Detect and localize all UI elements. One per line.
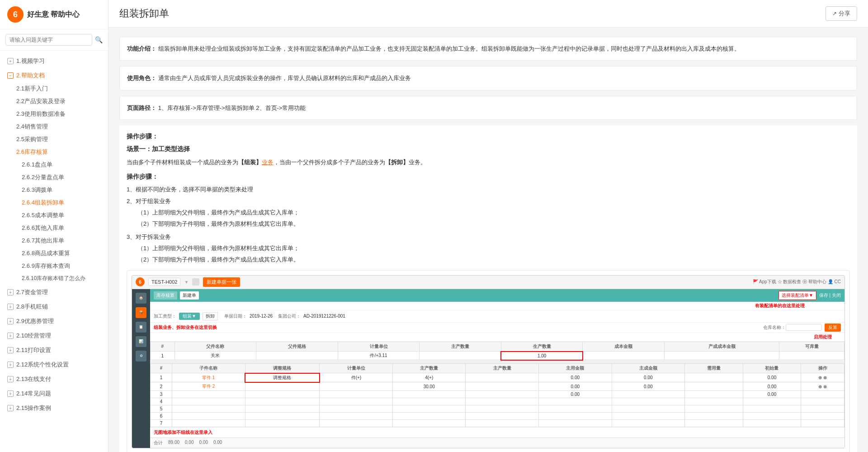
share-icon: ↗ (832, 10, 837, 17)
main-header: 组装拆卸单 ↗ 分享 (108, 0, 868, 28)
mock-lcol-cost2: 主成金额 (612, 363, 685, 373)
sidebar-item-video[interactable]: + 1.视频学习 (0, 54, 108, 68)
mock-col-parentspec: 父件规格 (256, 342, 338, 352)
mock-sidebar-icon3: 📊 (136, 336, 146, 347)
mock-lcell-1-name: 零件 1 (172, 373, 245, 382)
steps-intro-title: 操作步骤： (127, 173, 850, 181)
mock-col-parentname: 父件名称 (175, 342, 256, 352)
sidebar-item-otherinbound[interactable]: 2.6.6其他入库单 (0, 222, 108, 234)
function-intro-block: 功能介绍： 组装拆卸单用来处理企业组装或拆卸等加工业务，支持有固定装配清单的产品… (119, 37, 857, 61)
mock-sidebar-home: 🏠 (136, 293, 146, 304)
screenshot-container: 6 TEST-H002 ▼ 新建单据一张 🚩 App下载 ☆ 数据检查 ⓔ 帮助… (127, 270, 850, 452)
content-area: 功能介绍： 组装拆卸单用来处理企业组装或拆卸等加工业务，支持有固定装配清单的产品… (108, 28, 868, 452)
mock-lcell-2-init: 0.00 (743, 382, 801, 391)
mock-sidebar: 🏠 📦 📋 📊 ⚙ (132, 289, 150, 448)
share-button[interactable]: ↗ 分享 (826, 6, 857, 21)
mock-footer-val1: 89.00 (168, 440, 179, 446)
sidebar-item-partcheck[interactable]: 2.6.2分量盘点单 (0, 171, 108, 184)
sidebar-item-dataprep[interactable]: 2.3使用前数据准备 (0, 108, 108, 120)
sidebar-item-personalize[interactable]: + 2.12系统个性化设置 (0, 358, 108, 371)
mock-upper-table: # 父件名称 父件规格 计量单位 主产数量 生产数量 成本金额 产成成本金额 (150, 342, 844, 361)
mock-cell-1-cost (583, 352, 665, 360)
sidebar: 6 好生意 帮助中心 🔍 + 1.视频学习 − 2.帮助文档 2.1新手入门 2… (0, 0, 108, 452)
sidebar-item-payment[interactable]: + 2.13在线支付 (0, 372, 108, 386)
mock-tab-inventory[interactable]: 库存核算 (154, 291, 177, 300)
mock-top-bar: 库存核算 新建单 选择装配清单▼ 保存 | 关闭 (150, 289, 844, 302)
mock-lcell-1-init: 0.00 (743, 373, 801, 382)
mock-lcol-need: 需用量 (685, 363, 743, 373)
logo-icon: 6 (7, 6, 24, 23)
search-icon[interactable]: 🔍 (95, 36, 103, 43)
mock-lcol-actual: 主产数量 (466, 363, 539, 373)
mock-annotation2: 组装业务、拆卸业务在这里切换 (154, 324, 217, 331)
mock-col-prodcost: 产成成本金额 (664, 342, 779, 352)
sidebar-item-otheroutbound[interactable]: 2.6.7其他出库单 (0, 234, 108, 247)
sidebar-item-docs[interactable]: − 2.帮助文档 (0, 69, 108, 82)
sidebar-item-newuser[interactable]: 2.1新手入门 (0, 82, 108, 95)
mock-app-id: TEST-H002 (148, 278, 180, 286)
mock-save-btn: 保存 | 关闭 (819, 292, 841, 299)
sidebar-item-sales[interactable]: 2.4销售管理 (0, 120, 108, 133)
mock-lcell-1-unit: 件(+) (320, 373, 393, 382)
mock-lcell-2-need (685, 382, 743, 391)
main-content: 组装拆卸单 ↗ 分享 功能介绍： 组装拆卸单用来处理企业组装或拆卸等加工业务，支… (108, 0, 868, 452)
table-row: 5 (151, 405, 844, 413)
nav-section-4: + 2.8手机旺铺 (0, 300, 108, 314)
mock-lower-table-area: # 子件名称 调整规格 计量单位 主产数量 主产数量 主用金额 主成金额 (150, 363, 844, 438)
sidebar-item-coupon[interactable]: + 2.9优惠券管理 (0, 314, 108, 328)
sidebar-item-stockledger[interactable]: 2.6.9库存账本查询 (0, 260, 108, 272)
mock-lcol-name: 子件名称 (172, 363, 245, 373)
mock-tab-neworder[interactable]: 新建单 (180, 291, 199, 300)
nav-section-2: − 2.帮助文档 2.1新手入门 2.2产品安装及登录 2.3使用前数据准备 2… (0, 69, 108, 285)
mock-apply-btn[interactable]: 反算 (825, 324, 841, 332)
sidebar-item-label: 2.帮助文档 (16, 71, 45, 80)
sidebar-item-ledgerproblem[interactable]: 2.6.10库存账本错了怎么办 (0, 272, 108, 285)
mock-upper-table-area: # 父件名称 父件规格 计量单位 主产数量 生产数量 成本金额 产成成本金额 (150, 342, 844, 361)
expand-icon: + (7, 376, 14, 382)
mock-assemble-btn[interactable]: 组装▼ (179, 313, 200, 320)
expand-icon: + (7, 289, 14, 295)
sidebar-item-inventory[interactable]: 2.6库存核算 (0, 146, 108, 158)
table-row: 7 (151, 420, 844, 427)
mock-annotation1: 有装配清单的在这里处理 (755, 303, 805, 309)
step3-sub2: （2）下部明细为子件明细，最终作为产成品生成其它入库单。 (127, 254, 850, 266)
mock-col-num: # (151, 342, 175, 352)
expand-icon: + (7, 318, 14, 324)
mock-col-cost: 成本金额 (583, 342, 665, 352)
mock-new-btn[interactable]: 新建单据一张 (203, 277, 240, 287)
sidebar-item-stockcheck[interactable]: 2.6.1盘点单 (0, 158, 108, 171)
path-label: 页面路径： (127, 105, 156, 111)
expand-icon: + (7, 58, 14, 64)
mock-ann3-area: 启用处理 (150, 333, 844, 342)
sidebar-item-label: 2.9优惠券管理 (16, 317, 54, 325)
scene1-intro: 当由多个子件材料组装成一个成品的业务为【组装】业务，当由一个父件拆分成多个子产品… (127, 157, 850, 168)
sidebar-item-finance[interactable]: + 2.7资金管理 (0, 285, 108, 299)
sidebar-item-install[interactable]: 2.2产品安装及登录 (0, 95, 108, 108)
sidebar-item-costreset[interactable]: 2.6.8商品成本重算 (0, 247, 108, 260)
search-input[interactable] (5, 34, 92, 46)
mock-lcol-spec: 调整规格 (245, 363, 320, 373)
sidebar-item-cases[interactable]: + 2.15操作案例 (0, 401, 108, 415)
mock-lcell-1-spec: 调整规格 (245, 373, 320, 382)
sidebar-item-transfer[interactable]: 2.6.3调拨单 (0, 184, 108, 196)
mock-footer-val3: 0.00 (199, 440, 208, 446)
sidebar-item-mobile[interactable]: + 2.8手机旺铺 (0, 300, 108, 314)
step3: 3、对于拆装业务 (127, 233, 850, 241)
mock-disassemble-btn[interactable]: 拆卸 (203, 312, 218, 320)
mock-store-input[interactable] (786, 324, 822, 331)
sidebar-item-label: 2.8手机旺铺 (16, 303, 48, 311)
sidebar-item-operation[interactable]: + 2.10经营管理 (0, 329, 108, 343)
sidebar-item-assembly[interactable]: 2.6.4组装拆卸单 (0, 196, 108, 209)
sidebar-item-purchase[interactable]: 2.5采购管理 (0, 133, 108, 146)
mock-lcell-2-cost1: 0.00 (539, 382, 612, 391)
mock-cell-1-spec (256, 352, 338, 360)
nav-section-1: + 1.视频学习 (0, 54, 108, 68)
sidebar-item-faq[interactable]: + 2.14常见问题 (0, 387, 108, 400)
sidebar-item-print[interactable]: + 2.11打印设置 (0, 343, 108, 357)
mock-app-logo: 6 (136, 277, 145, 286)
nav-section-10: + 2.14常见问题 (0, 387, 108, 400)
step2-sub1: （1）上部明细为父件明细，最终作为产成品生成其它入库单； (127, 207, 850, 219)
sidebar-item-label: 2.14常见问题 (16, 390, 51, 398)
nav-tree: + 1.视频学习 − 2.帮助文档 2.1新手入门 2.2产品安装及登录 2.3… (0, 51, 108, 452)
sidebar-item-costadjust[interactable]: 2.6.5成本调整单 (0, 209, 108, 222)
